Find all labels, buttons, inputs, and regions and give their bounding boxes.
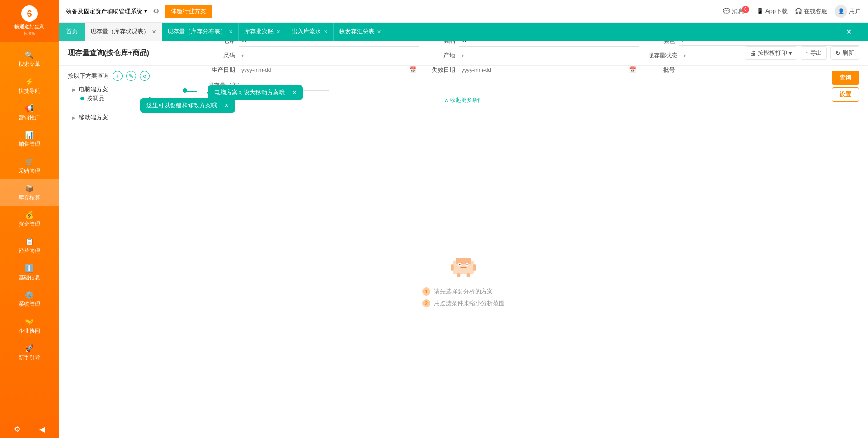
query-buttons: 查询 设置 (832, 71, 859, 102)
prod-date-label: 生产日期 (208, 66, 235, 74)
sidebar-item-guide[interactable]: 🚀 新手引导 (0, 339, 59, 366)
tab-collect-summary-label: 收发存汇总表 (339, 28, 374, 36)
settings-icon[interactable]: ⚙ (153, 7, 159, 15)
maximize-btn[interactable]: ⛶ (855, 28, 863, 36)
edit-tooltip-text: 这里可以创建和修改方案哦 (146, 101, 217, 109)
message-action[interactable]: 💬 消息 6 (723, 7, 749, 15)
tip-num-2: 2 (422, 299, 430, 307)
size-select[interactable]: ▾ (239, 51, 419, 60)
scheme-desktop[interactable]: ▶ 电脑端方案 (72, 85, 859, 94)
scheme-arrow-icon: ▶ (72, 87, 76, 92)
scheme-mobile-arrow-icon: ▶ (72, 115, 76, 120)
header-left: 装备及固定资产辅助管理系统 ▾ ⚙ 体验行业方案 (66, 5, 212, 18)
chevron-down-icon: ▾ (144, 8, 147, 14)
sidebar-item-label: 资金管理 (19, 221, 40, 228)
tab-close-icon[interactable]: ✕ (229, 29, 233, 35)
msg-badge: 6 (742, 6, 749, 13)
sidebar-item-basic[interactable]: ℹ️ 基础信息 (0, 259, 59, 286)
tab-close-icon[interactable]: ✕ (276, 29, 280, 35)
sidebar-item-finance[interactable]: 💰 资金管理 (0, 206, 59, 233)
stock-status-select[interactable]: ▾ (681, 51, 859, 60)
expire-date-input[interactable]: 📅 (459, 65, 639, 75)
trial-button[interactable]: 体验行业方案 (165, 5, 212, 18)
sidebar-item-operation[interactable]: 📋 经营管理 (0, 233, 59, 259)
scheme-desktop-item-label: 按调品 (87, 94, 104, 103)
main-area: 装备及固定资产辅助管理系统 ▾ ⚙ 体验行业方案 💬 消息 6 📱 App下载 … (59, 0, 868, 438)
sidebar-item-marketing[interactable]: 📢 营销推广 (0, 99, 59, 126)
filter-collapse-btn[interactable]: « (140, 71, 150, 81)
tab-stock-status[interactable]: 现存量（库存状况表） ✕ (85, 23, 162, 41)
filter-schemes-area: 电脑方案可设为移动方案哦 ✕ ▶ 电脑端方案 按调品 这里可以创建和修改方案哦 … (68, 85, 859, 122)
online-support-label: 在线客服 (804, 7, 827, 15)
svg-point-4 (459, 264, 460, 265)
filter-row-batch-no: 批号 (648, 65, 859, 75)
sidebar-settings-btn[interactable]: ⚙ (14, 425, 20, 433)
close-all-btn[interactable]: ✕ (846, 28, 852, 36)
origin-select[interactable]: ▾ (459, 51, 639, 60)
user-action[interactable]: 👤 用户 (835, 5, 861, 18)
sidebar-item-sales[interactable]: 📊 销售管理 (0, 126, 59, 153)
sidebar-item-inventory[interactable]: 📦 库存核算 (0, 179, 59, 206)
color-select[interactable]: ▾ (679, 41, 859, 46)
page-content: 现存量查询(按仓库+商品) 🖨 按模板打印 ▾ ↑ 导出 ↻ 刷新 (59, 41, 868, 438)
tab-collect-summary[interactable]: 收发存汇总表 ✕ (334, 23, 387, 41)
sidebar-item-quicknav[interactable]: ⚡ 快捷导航 (0, 73, 59, 99)
user-label: 用户 (849, 7, 861, 15)
sidebar-collapse-btn[interactable]: ◀ (39, 425, 45, 433)
calendar-icon[interactable]: 📅 (409, 66, 416, 73)
scheme-tooltip-close-btn[interactable]: ✕ (292, 89, 297, 96)
filter-row-color: 颜色 ▾ (648, 41, 859, 47)
online-support-action[interactable]: 🎧 在线客服 (795, 7, 827, 15)
sidebar-item-label: 经营管理 (19, 247, 40, 255)
sidebar-item-enterprise[interactable]: 🤝 企业协同 (0, 313, 59, 339)
finance-icon: 💰 (25, 211, 34, 219)
tip-text-1: 请先选择要分析的方案 (434, 287, 493, 296)
filter-edit-btn[interactable]: ✎ (126, 71, 136, 81)
tab-close-icon[interactable]: ✕ (377, 29, 381, 35)
filter-add-btn[interactable]: + (113, 71, 123, 81)
basic-icon: ℹ️ (25, 264, 34, 273)
tab-home[interactable]: 首页 (59, 23, 85, 41)
prod-date-input[interactable]: 📅 (239, 65, 419, 75)
logo-icon: 6 (21, 5, 38, 22)
search-btn[interactable]: 查询 (832, 71, 859, 85)
batch-no-label: 批号 (648, 66, 675, 74)
scheme-mobile[interactable]: ▶ 移动端方案 (72, 113, 859, 122)
page-title: 现存量查询(按仓库+商品) (68, 48, 149, 58)
tip-num-1: 1 (422, 287, 430, 296)
warehouse-select[interactable]: ··· (239, 41, 419, 47)
sidebar-item-system[interactable]: ⚙️ 系统管理 (0, 286, 59, 313)
tab-stock-batch-label: 库存批次账 (244, 28, 274, 36)
system-title-dropdown[interactable]: 装备及固定资产辅助管理系统 ▾ (66, 7, 147, 15)
tab-stock-batch[interactable]: 库存批次账 ✕ (239, 23, 286, 41)
sidebar-item-label: 企业协同 (19, 327, 40, 335)
warehouse-dots: ··· (241, 41, 246, 44)
filter-row-size: 尺码 ▾ (208, 51, 419, 60)
goods-dots: ··· (462, 41, 467, 44)
empty-illustration (445, 244, 481, 280)
empty-state: 1 请先选择要分析的方案 2 用过滤条件来缩小分析范围 (59, 113, 868, 438)
sidebar: 6 畅通道好生意 标准版 🔍 搜索菜单 ⚡ 快捷导航 📢 营销推广 📊 销售管理… (0, 0, 59, 438)
prod-date-field[interactable] (241, 67, 407, 73)
quicknav-icon: ⚡ (25, 77, 34, 86)
sidebar-item-search[interactable]: 🔍 搜索菜单 (0, 46, 59, 73)
goods-select[interactable]: ··· (459, 41, 639, 47)
reset-btn[interactable]: 设置 (832, 87, 859, 102)
tab-stock-dist[interactable]: 现存量（库存分布表） ✕ (162, 23, 239, 41)
calendar-icon2[interactable]: 📅 (629, 66, 636, 73)
expire-date-label: 失效日期 (428, 66, 455, 74)
sales-icon: 📊 (25, 131, 34, 139)
edit-tooltip-close-btn[interactable]: ✕ (224, 102, 229, 108)
tab-inout-flow-label: 出入库流水 (292, 28, 321, 36)
origin-label: 产地 (428, 52, 455, 60)
expire-date-field[interactable] (462, 67, 627, 73)
tab-inout-flow[interactable]: 出入库流水 ✕ (286, 23, 334, 41)
search-icon: 🔍 (25, 51, 34, 59)
sidebar-item-purchase[interactable]: 🛒 采购管理 (0, 153, 59, 179)
tab-close-icon[interactable]: ✕ (152, 29, 156, 35)
svg-rect-9 (451, 264, 454, 270)
sidebar-item-label: 营销推广 (19, 114, 40, 122)
top-header: 装备及固定资产辅助管理系统 ▾ ⚙ 体验行业方案 💬 消息 6 📱 App下载 … (59, 0, 868, 23)
app-download-action[interactable]: 📱 App下载 (756, 7, 788, 15)
tab-close-icon[interactable]: ✕ (324, 29, 328, 35)
